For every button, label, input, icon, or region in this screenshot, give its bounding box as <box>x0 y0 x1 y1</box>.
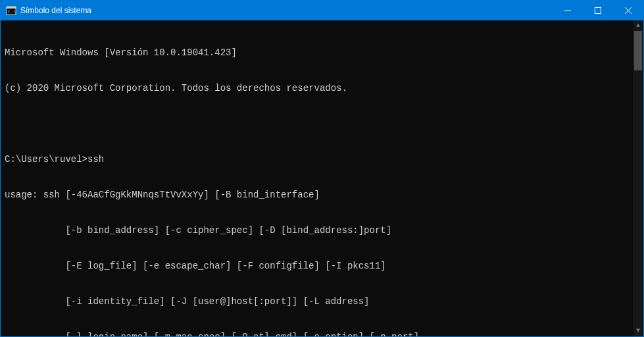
window-title: Símbolo del sistema <box>20 6 91 15</box>
svg-text:C:\: C:\ <box>8 9 16 14</box>
output-line: (c) 2020 Microsoft Corporation. Todos lo… <box>5 82 639 94</box>
output-line: [-l login_name] [-m mac_spec] [-O ctl_cm… <box>5 331 639 336</box>
output-line: [-i identity_file] [-J [user@]host[:port… <box>5 296 639 307</box>
vertical-scrollbar[interactable]: ▲ ▼ <box>633 20 643 336</box>
scroll-up-arrow[interactable]: ▲ <box>633 20 643 31</box>
output-line: [-E log_file] [-e escape_char] [-F confi… <box>5 260 639 272</box>
svg-rect-4 <box>595 8 601 14</box>
output-line: usage: ssh [-46AaCfGgKkMNnqsTtVvXxYy] [-… <box>5 189 639 201</box>
scroll-down-arrow[interactable]: ▼ <box>633 326 643 336</box>
close-button[interactable] <box>613 1 643 20</box>
output-line: [-b bind_address] [-c cipher_spec] [-D [… <box>5 224 639 236</box>
terminal-output[interactable]: Microsoft Windows [Versión 10.0.19041.42… <box>1 20 643 336</box>
output-line: C:\Users\ruvel>ssh <box>5 153 639 165</box>
maximize-button[interactable] <box>583 1 613 20</box>
output-line <box>5 118 639 130</box>
scrollbar-thumb[interactable] <box>634 31 642 70</box>
svg-rect-1 <box>7 7 16 9</box>
command-prompt-window: C:\ Símbolo del sistema Microsoft Window… <box>0 0 644 337</box>
output-line: Microsoft Windows [Versión 10.0.19041.42… <box>5 47 639 59</box>
minimize-button[interactable] <box>553 1 583 20</box>
titlebar[interactable]: C:\ Símbolo del sistema <box>1 1 643 20</box>
cmd-icon: C:\ <box>6 5 16 16</box>
